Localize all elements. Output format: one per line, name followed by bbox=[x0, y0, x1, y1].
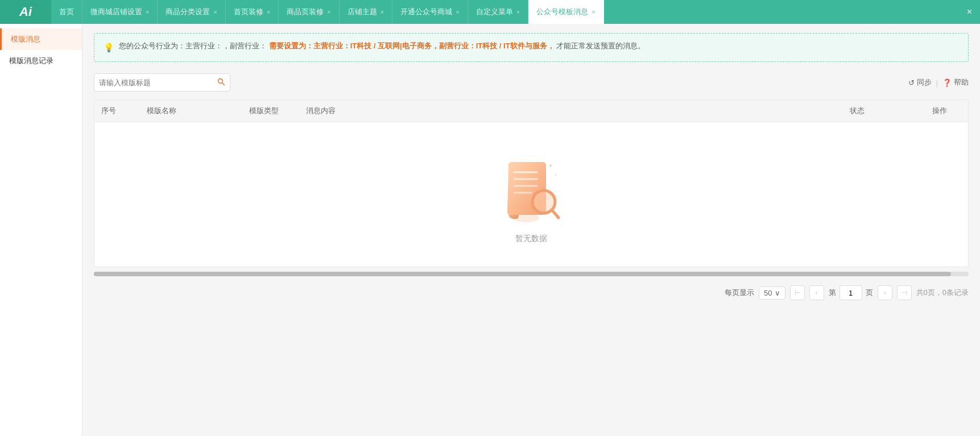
pagination: 每页显示 50 ∨ ⊢ ‹ 第 页 › ⊣ 共0页，0条记录 bbox=[94, 281, 969, 305]
last-page-button[interactable]: ⊣ bbox=[897, 285, 912, 300]
tab-close-store-settings[interactable]: × bbox=[146, 9, 149, 15]
tab-category-settings[interactable]: 商品分类设置× bbox=[158, 0, 225, 24]
svg-line-1 bbox=[222, 82, 225, 85]
per-page-chevron: ∨ bbox=[775, 289, 780, 297]
page-suffix: 页 bbox=[866, 288, 873, 298]
col-status: 状态 bbox=[843, 100, 911, 122]
table-scrollbar[interactable] bbox=[94, 272, 969, 276]
global-close-button[interactable]: × bbox=[959, 7, 980, 17]
empty-text: 暂无数据 bbox=[515, 234, 547, 244]
col-seq: 序号 bbox=[94, 100, 140, 122]
app-logo: Ai bbox=[0, 0, 51, 24]
notice-box: 💡 您的公众号行业为：主营行业：，副营行业： 需要设置为：主营行业：IT科技 /… bbox=[94, 33, 969, 62]
tab-store-theme[interactable]: 店铺主题× bbox=[340, 0, 392, 24]
col-action: 操作 bbox=[911, 100, 968, 122]
notice-icon: 💡 bbox=[104, 41, 114, 55]
tab-custom-menu[interactable]: 自定义菜单× bbox=[468, 0, 528, 24]
tab-close-open-mall[interactable]: × bbox=[456, 9, 459, 15]
col-type: 模版类型 bbox=[242, 100, 299, 122]
help-icon: ❓ bbox=[942, 78, 952, 87]
col-name: 模版名称 bbox=[140, 100, 242, 122]
next-page-button[interactable]: › bbox=[878, 285, 892, 300]
sync-label: 同步 bbox=[917, 77, 932, 88]
svg-text:✦: ✦ bbox=[554, 173, 557, 177]
data-table: 序号 模版名称 模版类型 消息内容 状态 操作 bbox=[94, 99, 969, 267]
svg-line-8 bbox=[552, 210, 559, 218]
total-info: 共0页，0条记录 bbox=[916, 288, 969, 298]
tab-close-home-decor[interactable]: × bbox=[267, 9, 270, 15]
tab-open-mall[interactable]: 开通公众号商城× bbox=[392, 0, 468, 24]
page-input[interactable] bbox=[840, 285, 862, 300]
toolbar-divider: | bbox=[934, 78, 940, 87]
tab-close-template-msg[interactable]: × bbox=[592, 9, 595, 15]
search-bar: ↺ 同步 | ❓ 帮助 bbox=[94, 73, 969, 92]
sidebar: 模版消息模版消息记录 bbox=[0, 24, 82, 436]
empty-state: ✦ ✦ 暂无数据 bbox=[94, 122, 968, 267]
tab-close-store-theme[interactable]: × bbox=[381, 9, 384, 15]
per-page-value: 50 bbox=[764, 289, 772, 297]
search-input-wrapper[interactable] bbox=[94, 73, 230, 92]
table-header: 序号 模版名称 模版类型 消息内容 状态 操作 bbox=[94, 100, 968, 122]
tab-close-product-decor[interactable]: × bbox=[327, 9, 330, 15]
notice-text: 您的公众号行业为：主营行业：，副营行业： 需要设置为：主营行业：IT科技 / 互… bbox=[119, 40, 645, 52]
search-input[interactable] bbox=[99, 78, 217, 87]
content-area: 💡 您的公众号行业为：主营行业：，副营行业： 需要设置为：主营行业：IT科技 /… bbox=[82, 24, 980, 436]
tab-template-msg[interactable]: 公众号模板消息× bbox=[528, 0, 603, 24]
per-page-label: 每页显示 bbox=[725, 288, 754, 298]
sync-icon: ↺ bbox=[908, 78, 915, 87]
prev-page-button[interactable]: ‹ bbox=[809, 285, 824, 300]
search-button[interactable] bbox=[217, 78, 225, 88]
main-layout: 模版消息模版消息记录 💡 您的公众号行业为：主营行业：，副营行业： 需要设置为：… bbox=[0, 24, 980, 436]
help-label: 帮助 bbox=[954, 77, 969, 88]
empty-icon: ✦ ✦ bbox=[497, 156, 565, 225]
per-page-select[interactable]: 50 ∨ bbox=[759, 286, 785, 300]
notice-highlight: 需要设置为：主营行业：IT科技 / 互联网|电子商务，副营行业：IT科技 / I… bbox=[269, 41, 555, 50]
page-prefix: 第 bbox=[829, 288, 836, 298]
tabs-container: 首页微商城店铺设置×商品分类设置×首页装修×商品页装修×店铺主题×开通公众号商城… bbox=[51, 0, 959, 24]
toolbar-right: ↺ 同步 | ❓ 帮助 bbox=[908, 77, 969, 88]
page-input-wrapper: 第 页 bbox=[829, 285, 873, 300]
tab-close-custom-menu[interactable]: × bbox=[516, 9, 520, 15]
col-content: 消息内容 bbox=[299, 100, 843, 122]
sync-button[interactable]: ↺ 同步 bbox=[908, 77, 932, 88]
svg-text:✦: ✦ bbox=[548, 163, 553, 169]
help-button[interactable]: ❓ 帮助 bbox=[942, 77, 969, 88]
first-page-button[interactable]: ⊢ bbox=[790, 285, 805, 300]
top-nav: Ai 首页微商城店铺设置×商品分类设置×首页装修×商品页装修×店铺主题×开通公众… bbox=[0, 0, 980, 24]
tab-home-decor[interactable]: 首页装修× bbox=[226, 0, 279, 24]
tab-close-category-settings[interactable]: × bbox=[213, 9, 217, 15]
tab-product-decor[interactable]: 商品页装修× bbox=[279, 0, 339, 24]
sidebar-item-template-msg[interactable]: 模版消息 bbox=[0, 28, 82, 50]
tab-store-settings[interactable]: 微商城店铺设置× bbox=[82, 0, 158, 24]
sidebar-item-template-msg-log[interactable]: 模版消息记录 bbox=[0, 50, 82, 72]
tab-home[interactable]: 首页 bbox=[51, 0, 82, 24]
